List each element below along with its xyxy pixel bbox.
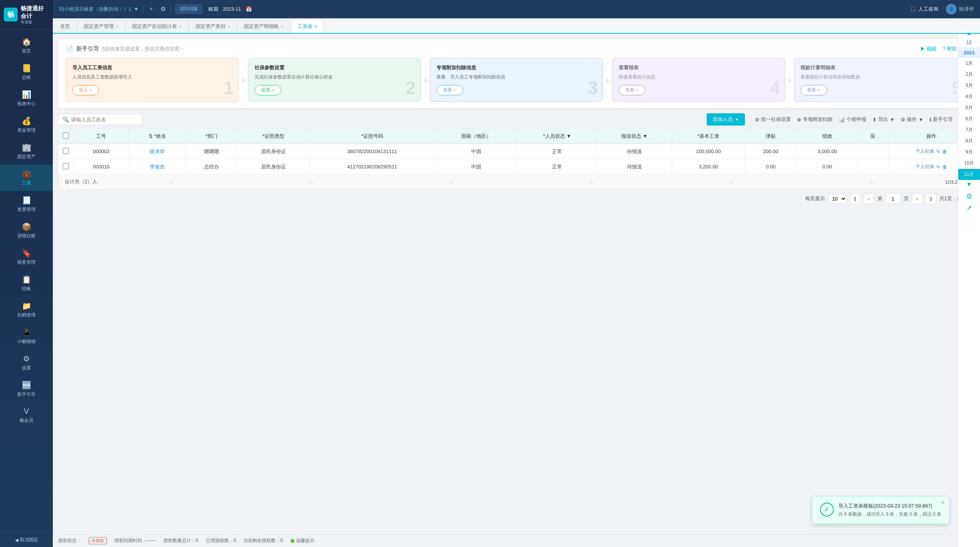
row2-select[interactable]	[63, 163, 69, 169]
guide-video-link[interactable]: ▶ 视频	[920, 46, 937, 52]
row1-select[interactable]	[63, 148, 69, 154]
cal-month-10[interactable]: 10月	[958, 158, 980, 169]
sidebar-item-guide[interactable]: 🆕 新手引导	[0, 376, 53, 402]
tab-depreciation[interactable]: 固定资产折旧统计表 ×	[126, 20, 188, 33]
cal-down-btn[interactable]: ▼	[966, 181, 972, 188]
account-selector[interactable]: 刘小艳演示账套（勿删勿动！）1 ▼	[59, 6, 139, 13]
cal-settings-icon[interactable]: ⚙	[966, 192, 972, 201]
sidebar-item-finance[interactable]: 💰 资金管理	[0, 112, 53, 138]
tab-home[interactable]: 首页	[54, 20, 77, 33]
cal-month-1[interactable]: 1月	[958, 58, 980, 69]
row2-base-salary: 3,200.00	[672, 159, 745, 175]
operations-btn[interactable]: ⚙ 操作 ▼	[901, 116, 923, 123]
sidebar-item-close[interactable]: 📋 结账	[0, 270, 53, 297]
sidebar-item-settings[interactable]: ⚙ 设置	[0, 349, 53, 376]
guide-step-3-btn[interactable]: 查看＞	[436, 85, 463, 95]
tab-fixed-assets[interactable]: 固定资产管理 ×	[77, 20, 125, 33]
row1-checkbox[interactable]	[58, 144, 74, 159]
cal-share-icon[interactable]: ↗	[966, 204, 972, 212]
filter-status-icon[interactable]: ▼	[566, 133, 571, 139]
row1-name-link[interactable]: 徐泽华	[150, 149, 165, 154]
special-deduction-btn[interactable]: ⊕ 专项附加扣除	[797, 116, 833, 123]
row2-delete-icon[interactable]: 🗑	[942, 164, 947, 170]
tab-detail-close[interactable]: ×	[281, 24, 283, 29]
next-page-btn[interactable]: ›	[912, 193, 923, 204]
row2-name-link[interactable]: 李俊杰	[150, 164, 165, 170]
sidebar-item-invoice[interactable]: 🧾 发票管理	[0, 191, 53, 217]
video-icon: ▶	[920, 46, 925, 52]
guide-step-1-btn[interactable]: 导入＞	[72, 85, 99, 95]
step-arrow-1: ›	[239, 75, 248, 85]
add-person-button[interactable]: 添加人员 ▼	[707, 113, 745, 126]
row2-name[interactable]: 李俊杰	[129, 159, 186, 175]
tax-declaration-btn[interactable]: 📊 个税申报	[839, 116, 866, 123]
cal-month-3[interactable]: 3月	[958, 80, 980, 91]
row1-delete-icon[interactable]: 🗑	[942, 149, 947, 154]
sidebar-item-ledger[interactable]: 📒 总账	[0, 59, 53, 85]
cal-month-6[interactable]: 6月	[958, 113, 980, 124]
cal-month-5[interactable]: 5月	[958, 102, 980, 113]
guide-step-1-desc: 人员信息及工资数据新增导入	[72, 73, 232, 80]
select-all-checkbox[interactable]	[63, 132, 69, 139]
sidebar-item-member[interactable]: V 畅会员	[0, 402, 53, 428]
cal-month-12[interactable]: 12	[958, 38, 980, 47]
sidebar-item-assets[interactable]: 🏢 固定资产	[0, 138, 53, 165]
page-input[interactable]	[885, 193, 901, 204]
cal-month-8[interactable]: 8月	[958, 136, 980, 147]
cal-month-4[interactable]: 4月	[958, 91, 980, 102]
toast-title: 导入工资表模板(2023-03-23 15:07:59.897)	[838, 503, 941, 509]
guide-step-4-btn[interactable]: 查看＞	[619, 85, 645, 95]
sidebar-item-salary[interactable]: 💼 工资	[0, 165, 53, 191]
sidebar: 畅 畅捷通好会计 专业版 🏠 首页 📒 总账 📊 报表中心 💰 资金管理 🏢 固…	[0, 0, 53, 547]
archive-icon: 📁	[22, 301, 31, 310]
row1-edit-icon[interactable]: ✎	[936, 149, 940, 154]
filter-report-icon[interactable]: ▼	[643, 133, 648, 139]
cal-month-2[interactable]: 2月	[958, 69, 980, 80]
consult-button[interactable]: 🎧 人工咨询	[910, 6, 938, 13]
add-book-icon[interactable]: ＋	[148, 5, 154, 13]
calendar-icon[interactable]: 📅	[246, 6, 252, 12]
switch-version-button[interactable]: 切到旧版	[175, 4, 202, 14]
sidebar-unpin-button[interactable]: ◀ 取消固定	[0, 532, 53, 547]
account-dropdown-icon[interactable]: ▼	[134, 6, 139, 12]
cal-month-9[interactable]: 9月	[958, 147, 980, 158]
social-insurance-icon: ⚙	[755, 117, 760, 122]
social-insurance-btn[interactable]: ⚙ 统一社保设置	[755, 116, 791, 123]
prev-page-btn[interactable]: ‹	[864, 193, 874, 204]
first-page-btn[interactable]: ⟪	[850, 193, 861, 204]
sidebar-item-inventory[interactable]: 📦 进销台账	[0, 217, 53, 244]
guide-step-5-btn[interactable]: 查看＞	[800, 85, 827, 95]
tab-category-close[interactable]: ×	[228, 24, 230, 29]
row1-name[interactable]: 徐泽华	[129, 144, 186, 159]
guide-step-2-btn[interactable]: 设置＞	[255, 85, 281, 95]
last-page-btn[interactable]: ⟫	[926, 193, 936, 204]
cal-month-7[interactable]: 7月	[958, 124, 980, 136]
sidebar-item-archive[interactable]: 📁 归档管理	[0, 297, 53, 323]
row2-checkbox[interactable]	[58, 159, 74, 175]
sidebar-item-tax[interactable]: 🔖 税务管理	[0, 244, 53, 270]
col-name-label: *姓名	[154, 133, 166, 139]
tab-category[interactable]: 固定资产类别 ×	[189, 20, 237, 33]
tab-detail[interactable]: 固定资产明细账 ×	[237, 20, 290, 33]
row2-social-btn[interactable]: 个人社保	[916, 163, 934, 170]
row2-edit-icon[interactable]: ✎	[936, 164, 940, 170]
search-input[interactable]	[71, 117, 138, 122]
tab-depreciation-close[interactable]: ×	[179, 24, 181, 29]
tab-salary[interactable]: 工资表 ×	[291, 20, 323, 33]
guide-btn[interactable]: ℹ 新手引导	[929, 116, 953, 123]
toast-close-icon[interactable]: ✕	[941, 500, 945, 506]
tab-fixed-assets-close[interactable]: ×	[116, 24, 118, 29]
tab-salary-close[interactable]: ×	[315, 24, 317, 29]
row1-social-btn[interactable]: 个人社保	[916, 148, 934, 155]
per-page-select[interactable]: 10 20 50	[828, 194, 847, 204]
cal-month-11[interactable]: 11月	[958, 169, 980, 180]
sidebar-item-reports[interactable]: 📊 报表中心	[0, 85, 53, 112]
settings-header-icon[interactable]: ⚙	[160, 5, 166, 13]
guide-help-link[interactable]: ? 帮助	[942, 46, 957, 52]
user-info[interactable]: 👤 徐泽华	[946, 4, 974, 15]
cal-icons-group: ⚙ ↗	[966, 192, 972, 212]
sidebar-item-expense[interactable]: 📱 小畅报销	[0, 323, 53, 349]
table-header: 工号 ⇅ *姓名 *部门 *证照类型 *证照号码 国籍（地区） *人员状态 ▼ …	[58, 129, 975, 144]
sidebar-item-home[interactable]: 🏠 首页	[0, 33, 53, 59]
export-btn[interactable]: ⬆ 导出 ▼	[872, 116, 895, 123]
